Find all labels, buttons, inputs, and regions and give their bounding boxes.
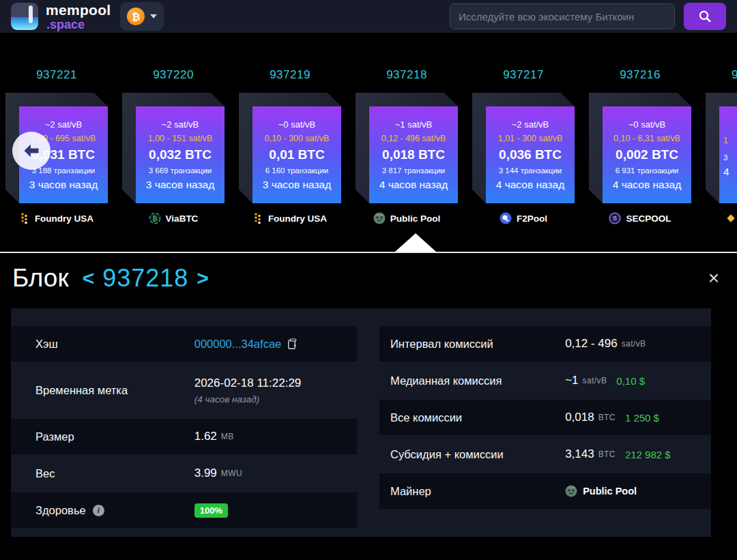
row-label-text: Здоровье — [35, 504, 86, 517]
block-fee-range: 0,10 - 300 sat/vB — [252, 134, 341, 143]
info-icon[interactable]: i — [93, 505, 104, 516]
block-tx-count: 6 931 транзакции — [603, 166, 691, 175]
network-selector-dropdown[interactable]: ₿ — [120, 2, 164, 31]
pool-label[interactable]: SSECPOOL — [589, 212, 691, 224]
block-median-fee: ~1 sat/vB — [369, 119, 458, 130]
block-tx-count: 3 — [719, 153, 737, 162]
pool-name: F2Pool — [517, 213, 547, 224]
row-value: 1.62MB — [194, 430, 234, 443]
block-fee-range: 0,12 - 496 sat/vB — [369, 134, 458, 143]
row-label: Здоровьеi — [11, 504, 194, 517]
block-fee-range: 1,01 - 300 sat/vB — [486, 134, 575, 143]
block-slot: 937218~1 sat/vB0,12 - 496 sat/vB0,018 BT… — [356, 68, 458, 224]
block-cube[interactable]: 134 — [706, 93, 737, 203]
block-cube[interactable]: ~2 sat/vB1,00 - 151 sat/vB0,032 BTC3 669… — [122, 93, 225, 203]
block-hash-link[interactable]: 000000...34afcae — [194, 338, 282, 351]
miner-name-link[interactable]: Public Pool — [583, 486, 637, 497]
block-time-ago: 3 часов назад — [19, 179, 108, 191]
block-height-link[interactable]: 9 — [706, 68, 737, 82]
block-time-ago: 4 часов назад — [369, 179, 458, 191]
row-label: Майнер — [379, 485, 565, 498]
block-details-left-table: Хэш000000...34afcaeВременная метка2026-0… — [11, 326, 357, 537]
block-total-fees: 0,01 BTC — [252, 147, 341, 162]
block-total-fees: 0,032 BTC — [136, 147, 225, 162]
close-icon[interactable]: × — [708, 269, 719, 288]
block-fee-range: 1,00 - 151 sat/vB — [136, 134, 225, 143]
block-time-ago: 4 часов назад — [486, 179, 575, 191]
block-tx-count: 3 669 транзакции — [136, 166, 225, 175]
clipboard-icon[interactable] — [287, 338, 298, 350]
value-number: 0,018 — [565, 411, 594, 424]
value-unit: sat/vB — [583, 376, 607, 385]
block-tx-count: 6 160 транзакции — [252, 166, 341, 175]
block-face: ~1 sat/vB0,12 - 496 sat/vB0,018 BTC3 817… — [369, 106, 458, 203]
pool-label[interactable]: Foundry USA — [239, 212, 341, 224]
row-label-text: Медианная комиссия — [390, 374, 502, 387]
block-time-ago: 3 часов назад — [136, 179, 225, 191]
pool-label[interactable] — [706, 212, 737, 224]
search-input[interactable] — [450, 3, 675, 29]
block-time-ago: 3 часов назад — [252, 179, 341, 191]
block-face: ~2 sat/vB1,00 - 151 sat/vB0,032 BTC3 669… — [136, 106, 225, 203]
search-bar — [450, 3, 726, 30]
time-ago-subtext: (4 часов назад) — [194, 394, 302, 404]
previous-block-button[interactable]: < — [81, 263, 96, 293]
bitcoin-icon: ₿ — [127, 8, 145, 25]
publicpool-icon — [565, 485, 577, 497]
page-title: Блок — [12, 263, 69, 293]
pool-label[interactable]: Foundry USA — [5, 212, 108, 224]
scroll-left-button[interactable] — [12, 132, 50, 170]
detail-row: Интервал комиссий0,12 - 496sat/vB — [379, 326, 711, 362]
usd-value: 0,10 $ — [616, 375, 645, 387]
block-cube-selected[interactable]: ~1 sat/vB0,12 - 496 sat/vB0,018 BTC3 817… — [356, 93, 458, 203]
row-label: Все комиссии — [379, 411, 565, 424]
pool-label[interactable]: Public Pool — [356, 212, 458, 224]
row-label: Интервал комиссий — [379, 338, 565, 351]
block-height-link[interactable]: 937220 — [122, 68, 225, 82]
value-number: 3.99 — [194, 467, 217, 480]
block-height-link[interactable]: 937216 — [589, 68, 691, 82]
row-label-text: Субсидия + комиссии — [390, 448, 504, 461]
block-median-fee: ~2 sat/vB — [486, 119, 575, 130]
row-value: 100% — [194, 503, 228, 518]
pool-name: ViaBTC — [166, 213, 199, 224]
usd-value: 1 250 $ — [625, 412, 659, 424]
pool-name: Foundry USA — [35, 213, 93, 224]
block-fee-range: 0,10 - 6,31 sat/vB — [603, 134, 691, 143]
next-block-button[interactable]: > — [195, 263, 210, 293]
mempool-logo[interactable]: mempool .space — [11, 3, 111, 31]
block-height-link[interactable]: 937218 — [356, 68, 458, 82]
value-number: 1.62 — [194, 430, 217, 443]
block-slot: 9134 — [706, 68, 737, 224]
pool-name: Public Pool — [390, 213, 441, 224]
block-cube[interactable]: ~2 sat/vB1,01 - 300 sat/vB0,036 BTC3 144… — [472, 93, 575, 203]
row-label: Хэш — [11, 338, 194, 351]
block-tx-count: 3 817 транзакции — [369, 166, 458, 175]
svg-text:S: S — [613, 215, 617, 222]
pool-label[interactable]: F2Pool — [472, 212, 575, 224]
value-unit: MWU — [221, 469, 242, 478]
chevron-down-icon — [150, 14, 157, 18]
detail-row: Медианная комиссия~1sat/vB0,10 $ — [379, 363, 711, 398]
foundry-icon — [253, 212, 263, 224]
pool-name: SECPOOL — [626, 213, 671, 224]
block-median-fee: ~2 sat/vB — [136, 119, 225, 130]
block-cube[interactable]: ~0 sat/vB0,10 - 300 sat/vB0,01 BTC6 160 … — [239, 93, 341, 203]
search-button[interactable] — [684, 3, 726, 30]
block-height-link[interactable]: 937219 — [239, 68, 341, 82]
app-header: mempool .space ₿ — [0, 0, 737, 38]
pool-label[interactable]: ₿ViaBTC — [122, 212, 225, 224]
value-number: ~1 — [565, 374, 578, 387]
row-label-text: Вес — [35, 467, 55, 480]
svg-text:₿: ₿ — [152, 215, 157, 222]
health-badge: 100% — [194, 503, 228, 518]
value-unit: MB — [221, 432, 234, 441]
row-value: 0,018BTC1 250 $ — [565, 411, 659, 424]
block-height-link[interactable]: 937221 — [5, 68, 108, 82]
detail-row: МайнерPublic Pool — [379, 473, 711, 509]
row-label-text: Интервал комиссий — [390, 338, 493, 351]
value-number: 3,143 — [565, 447, 594, 461]
block-total-fees: 0,036 BTC — [486, 147, 575, 162]
block-cube[interactable]: ~0 sat/vB0,10 - 6,31 sat/vB0,002 BTC6 93… — [589, 93, 691, 203]
block-height-link[interactable]: 937217 — [472, 68, 575, 82]
